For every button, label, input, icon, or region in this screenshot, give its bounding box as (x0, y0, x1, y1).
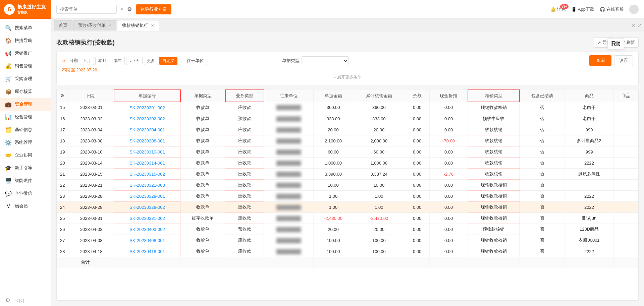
cell-no: 28 (57, 246, 68, 257)
sidebar-item-member[interactable]: V畅会员 (0, 200, 51, 212)
sidebar-item-guide[interactable]: 🎓新手引导 (0, 162, 51, 174)
table-row[interactable]: 26 2023-04-03 SK-20230403-002 收款单 预收款 ██… (57, 224, 638, 235)
total-label-cell: 合计 (57, 257, 114, 268)
settings-icon[interactable]: ⚙ (5, 297, 10, 303)
sidebar-label-member: 畅会员 (15, 203, 28, 209)
doc-link[interactable]: SK-20230314-001 (129, 161, 165, 166)
page-header: 收款核销执行(按收款) ↗ 导出 ↺ 刷新 (56, 38, 639, 48)
doc-link[interactable]: SK-20230308-001 (129, 138, 165, 143)
sidebar-item-operation[interactable]: 📊经营管理 (0, 111, 51, 123)
sidebar-item-sales[interactable]: 💰销售管理 (0, 60, 51, 72)
sidebar-item-inventory[interactable]: 📦库存核算 (0, 85, 51, 98)
settings-icon[interactable]: ⚙ (127, 6, 132, 12)
cell-date: 2023-04-08 (68, 235, 114, 246)
table-row[interactable]: 27 2023-04-08 SK-20230408-001 收款单 应收款 ██… (57, 235, 638, 246)
cell-doc-no: SK-20230304-001 (114, 124, 180, 135)
doc-link[interactable]: SK-20230321-003 (129, 183, 165, 188)
tab-home[interactable]: 首页 (54, 20, 72, 30)
cell-balance: 0.00 (405, 135, 429, 146)
date-btn-this-month[interactable]: 本月 (95, 57, 109, 65)
cell-include-settled: 否 (520, 102, 565, 113)
expand-more-btn[interactable]: ▾ 展开更多条件 (62, 73, 633, 81)
search-input[interactable] (56, 5, 117, 14)
cell-discount: -70.00 (429, 135, 468, 146)
notification-bell[interactable]: 🔔 消息 99+ (550, 6, 566, 12)
solution-button[interactable]: 体验行业方案 (136, 4, 171, 14)
online-support[interactable]: 🎧 在线客服 (600, 6, 624, 12)
sidebar-item-enterprise[interactable]: 🤝企业协同 (0, 149, 51, 162)
table-row[interactable]: 24 2023-03-28 SK-20230328-002 收款单 应收款 ██… (57, 202, 638, 213)
table-row[interactable]: 16 2023-03-02 SK-20230302-002 收款单 预收款 ██… (57, 113, 638, 124)
sidebar-item-purchase[interactable]: 🛒采购管理 (0, 72, 51, 85)
hardware-icon: 🖥️ (5, 178, 11, 184)
cell-date: 2023-03-31 (68, 213, 114, 224)
total-amount (313, 257, 353, 268)
sidebar-item-search[interactable]: 🔍搜索菜单 (0, 21, 51, 34)
table-row[interactable]: 18 2023-03-08 SK-20230308-001 收款单 应收款 ██… (57, 135, 638, 146)
cell-include-settled: 否 (520, 169, 565, 180)
doc-link[interactable]: SK-20230315-002 (129, 172, 165, 177)
sidebar-item-hardware[interactable]: 🖥️智能硬件 (0, 174, 51, 187)
date-btn-7days[interactable]: 近7天 (126, 57, 143, 65)
cell-goods: 多计量商品2 (565, 135, 613, 146)
tab-verify[interactable]: 收款核销执行 ✕ (117, 20, 159, 31)
tab-prepay-close[interactable]: ✕ (108, 23, 111, 28)
date-btn-more[interactable]: 更多 (144, 57, 158, 65)
quick-nav-icon: 🏠 (5, 38, 11, 44)
table-header-row: ⚙ 日期 单据编号 单据类型 业务类型 往来单位 单据金额 累计核销金额 余额 … (57, 90, 638, 102)
filter-settings-button[interactable]: 设置 (614, 55, 633, 66)
table-row[interactable]: 19 2023-03-10 SK-20230310-001 收款单 应收款 ██… (57, 146, 638, 158)
col-header-gear[interactable]: ⚙ (57, 90, 68, 102)
sidebar-label-hardware: 智能硬件 (15, 178, 32, 184)
tab-close-all[interactable]: ✕ (631, 22, 636, 28)
doc-link[interactable]: SK-20230328-002 (129, 205, 165, 210)
tabbar: 首页 预收/应收付单 ✕ 收款核销执行 ✕ ✕ ⤢ (51, 19, 644, 32)
app-download[interactable]: 📱 App下载 (571, 6, 594, 12)
doc-link[interactable]: SK-20230331-002 (129, 216, 165, 221)
date-btn-this-year[interactable]: 本年 (111, 57, 125, 65)
tab-prepay[interactable]: 预收/应收付单 ✕ (73, 20, 116, 30)
sidebar-item-wechat[interactable]: 💬企业微信 (0, 187, 51, 200)
table-row[interactable]: 21 2023-03-15 SK-20230315-002 收款单 应收款 ██… (57, 169, 638, 180)
cell-goods2 (613, 169, 638, 180)
cell-balance: 0.00 (405, 158, 429, 169)
date-btn-last-month[interactable]: 上月 (80, 57, 94, 65)
cell-doc-type: 收款单 (180, 113, 225, 124)
partner-filter-input[interactable] (206, 57, 268, 65)
table-row[interactable]: 20 2023-03-14 SK-20230314-001 收款单 应收款 ██… (57, 158, 638, 169)
total-partner (264, 257, 314, 268)
tab-verify-close[interactable]: ✕ (151, 23, 154, 28)
tab-maximize[interactable]: ⤢ (637, 22, 641, 28)
dropdown-icon[interactable]: ▾ (121, 7, 123, 12)
cell-no: 21 (57, 169, 68, 180)
table-row[interactable]: 25 2023-03-31 SK-20230331-002 红字收款单 应收款 … (57, 213, 638, 224)
date-btn-custom[interactable]: 自定义 (159, 57, 177, 65)
sidebar-item-basic[interactable]: 🗂️基础信息 (0, 123, 51, 136)
collapse-icon[interactable]: ◁◁ (15, 297, 23, 303)
doctype-filter-select[interactable] (302, 56, 348, 65)
doc-link[interactable]: SK-20230418-001 (129, 249, 165, 254)
doc-link[interactable]: SK-20230403-002 (129, 227, 165, 232)
col-header-doc-type: 单据类型 (180, 90, 225, 102)
doc-link[interactable]: SK-20230310-001 (129, 149, 165, 155)
doc-link[interactable]: SK-20230301-002 (129, 105, 165, 110)
cell-verified: 360.00 (353, 102, 405, 113)
sidebar-item-finance[interactable]: 💼资金管理 (0, 98, 51, 111)
cell-balance: 0.00 (405, 146, 429, 158)
table-row[interactable]: 28 2023-04-18 SK-20230418-001 收款单 应收款 ██… (57, 246, 638, 257)
sidebar-item-system[interactable]: ⚙️系统管理 (0, 136, 51, 149)
table-row[interactable]: 22 2023-03-21 SK-20230321-003 收款单 应收款 ██… (57, 180, 638, 191)
doc-link[interactable]: SK-20230302-002 (129, 116, 165, 121)
doc-link[interactable]: SK-20230408-001 (129, 238, 165, 243)
col-header-goods: 商品 (565, 90, 613, 102)
sidebar-item-quick-nav[interactable]: 🏠快捷导航 (0, 34, 51, 47)
doc-link[interactable]: SK-20230328-001 (129, 194, 165, 199)
sidebar-item-marketing[interactable]: 📢营销推广 (0, 47, 51, 60)
cell-doc-no: SK-20230301-002 (114, 102, 180, 113)
query-button[interactable]: 查询 (589, 55, 611, 66)
table-row[interactable]: 23 2023-03-28 SK-20230328-001 收款单 应收款 ██… (57, 191, 638, 202)
filter-expand-btn[interactable]: » (62, 58, 65, 64)
doc-link[interactable]: SK-20230304-001 (129, 127, 165, 132)
table-row[interactable]: 17 2023-03-04 SK-20230304-001 收款单 应收款 ██… (57, 124, 638, 135)
table-row[interactable]: 15 2023-03-01 SK-20230301-002 收款单 应收款 ██… (57, 102, 638, 113)
